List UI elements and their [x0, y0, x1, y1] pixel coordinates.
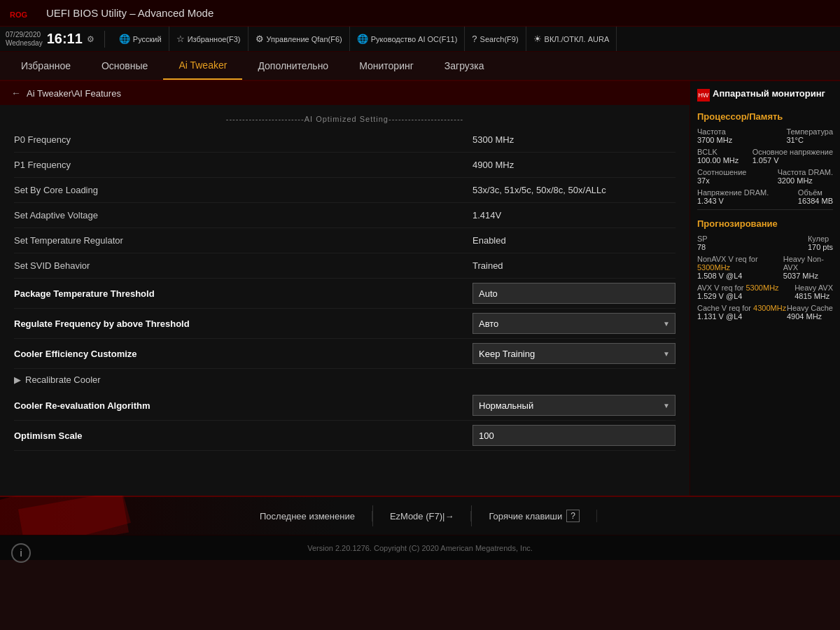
avx-label: AVX V req for 5300MHz — [697, 284, 779, 292]
svid-label: Set SVID Behavior — [14, 260, 465, 271]
heavy-nonavx-label: Heavy Non-AVX — [783, 255, 833, 272]
settings-icon[interactable]: ⚙ — [87, 34, 94, 44]
sp-value: 78 — [697, 243, 708, 251]
regulate-freq-select[interactable]: Авто Включено Отключено — [472, 313, 676, 334]
heavy-avx-label: Heavy AVX — [794, 284, 833, 292]
regulate-freq-label: Regulate Frequency by above Threshold — [14, 318, 472, 329]
time-display: 16:11 — [47, 31, 83, 47]
aura-button[interactable]: ☀ ВКЛ./ОТКЛ. AURA — [526, 27, 617, 51]
sidebar: HW Аппаратный мониторинг Процессор/Памят… — [690, 81, 840, 496]
freq-value: 3700 MHz — [697, 136, 732, 144]
setting-row-regulate-freq: Regulate Frequency by above Threshold Ав… — [14, 309, 676, 339]
pkg-threshold-label: Package Temperature Threshold — [14, 288, 472, 299]
question-icon: ? — [472, 34, 477, 44]
hotkeys-button[interactable]: Горячие клавиши ? — [472, 510, 597, 522]
cooler-efficiency-select[interactable]: Keep Training Авто — [472, 343, 676, 364]
rog-logo: ROG — [8, 4, 39, 23]
recalibrate-row[interactable]: ▶ Recalibrate Cooler — [14, 369, 676, 391]
fan-icon: ⚙ — [255, 34, 264, 44]
cpu-mem-title: Процессор/Память — [697, 111, 833, 123]
footer: Version 2.20.1276. Copyright (C) 2020 Am… — [0, 535, 840, 560]
core-loading-label: Set By Core Loading — [14, 185, 465, 195]
optimism-scale-input-wrapper — [472, 425, 676, 446]
search-button[interactable]: ? Search(F9) — [465, 27, 526, 51]
adaptive-voltage-label: Set Adaptive Voltage — [14, 210, 465, 220]
bottom-bar: Последнее изменение EzMode (F7)|→ Горячи… — [0, 496, 840, 535]
setting-row-optimism-scale: Optimism Scale — [14, 421, 676, 451]
hw-monitor-title: Аппаратный мониторинг — [713, 88, 825, 100]
cache-label: Cache V req for 4300MHz — [697, 304, 786, 312]
temp-label: Температура — [786, 127, 833, 136]
p0-value: 5300 MHz — [465, 134, 676, 145]
settings-area: ------------------------AI Optimized Set… — [0, 105, 690, 456]
setting-row-cooler-efficiency: Cooler Efficiency Customize Keep Trainin… — [14, 339, 676, 369]
stat-row-freq-temp: Частота 3700 MHz Температура 31°C — [697, 127, 833, 144]
favorites-button[interactable]: ☆ Избранное(F3) — [169, 27, 248, 51]
stat-row-bclk-voltage: BCLK 100.00 MHz Основное напряжение 1.05… — [697, 148, 833, 164]
core-voltage-label: Основное напряжение — [752, 148, 833, 156]
stat-row-sp-cooler: SP 78 Кулер 170 pts — [697, 234, 833, 251]
sidebar-divider — [697, 209, 833, 210]
pkg-threshold-input[interactable] — [472, 283, 676, 304]
back-arrow-icon[interactable]: ← — [11, 88, 21, 99]
window-title: UEFI BIOS Utility – Advanced Mode — [46, 7, 214, 19]
p0-label: P0 Frequency — [14, 134, 465, 145]
p1-value: 4900 MHz — [465, 160, 676, 170]
cache-freq: 4300MHz — [753, 304, 786, 312]
avx-freq: 5300MHz — [746, 284, 779, 292]
stat-row-dram-voltage-size: Напряжение DRAM. 1.343 V Объём 16384 MB — [697, 188, 833, 205]
cooler-algorithm-select[interactable]: Нормальный Агрессивный Консервативный — [472, 395, 676, 416]
temp-value: 31°C — [786, 136, 833, 144]
heavy-cache-value: 4904 MHz — [787, 312, 833, 321]
last-change-label: Последнее изменение — [260, 511, 355, 522]
ratio-label: Соотношение — [697, 168, 746, 176]
temp-regulator-label: Set Temperature Regulator — [14, 235, 465, 246]
last-change-button[interactable]: Последнее изменение — [243, 511, 372, 522]
setting-row-temp-regulator: Set Temperature Regulator Enabled — [14, 228, 676, 253]
tab-ai-tweaker[interactable]: Ai Tweaker — [163, 52, 242, 80]
ai-oc-button[interactable]: 🌐 Руководство AI OC(F11) — [350, 27, 465, 51]
tab-advanced[interactable]: Дополнительно — [242, 52, 344, 80]
core-loading-value: 53x/3c, 51x/5c, 50x/8c, 50x/ALLc — [465, 185, 676, 195]
sp-label: SP — [697, 234, 708, 243]
hotkeys-icon: ? — [566, 510, 580, 522]
version-text: Version 2.20.1276. Copyright (C) 2020 Am… — [307, 544, 533, 552]
adaptive-voltage-value: 1.414V — [465, 210, 676, 220]
dram-freq-label: Частота DRAM. — [778, 168, 833, 176]
stat-row-avx: AVX V req for 5300MHz 1.529 V @L4 Heavy … — [697, 284, 833, 300]
ratio-value: 37x — [697, 176, 746, 185]
forecast-title: Прогнозирование — [697, 218, 833, 230]
tab-monitoring[interactable]: Мониторинг — [344, 52, 429, 80]
heavy-cache-label: Heavy Cache — [787, 304, 833, 312]
cooler-value: 170 pts — [808, 243, 833, 251]
ai-icon: 🌐 — [357, 34, 368, 44]
tab-favorites[interactable]: Избранное — [6, 52, 86, 80]
optimism-scale-input[interactable] — [472, 425, 676, 446]
qfan-button[interactable]: ⚙ Управление Qfan(F6) — [248, 27, 350, 51]
ezmode-label: EzMode (F7)|→ — [390, 511, 454, 522]
star-icon: ☆ — [176, 34, 185, 44]
nav-tabs: Избранное Основные Ai Tweaker Дополнител… — [0, 52, 840, 81]
tab-boot[interactable]: Загрузка — [429, 52, 500, 80]
ezmode-button[interactable]: EzMode (F7)|→ — [373, 511, 472, 522]
svid-value: Trained — [465, 260, 676, 271]
setting-row-pkg-threshold: Package Temperature Threshold — [14, 279, 676, 309]
setting-row-p0: P0 Frequency 5300 MHz — [14, 127, 676, 153]
nonavx-label: NonAVX V req for 5300MHz — [697, 255, 783, 272]
setting-row-core-loading: Set By Core Loading 53x/3c, 51x/5c, 50x/… — [14, 178, 676, 203]
setting-row-svid: Set SVID Behavior Trained — [14, 253, 676, 279]
tab-main[interactable]: Основные — [86, 52, 163, 80]
recalibrate-label: Recalibrate Cooler — [25, 374, 101, 385]
language-button[interactable]: 🌐 Русский — [112, 27, 169, 51]
bclk-label: BCLK — [697, 148, 738, 156]
title-bar: ROG UEFI BIOS Utility – Advanced Mode — [0, 0, 840, 27]
stat-row-cache: Cache V req for 4300MHz 1.131 V @L4 Heav… — [697, 304, 833, 321]
recalibrate-arrow-icon: ▶ — [14, 374, 21, 385]
mem-size-label: Объём — [798, 188, 833, 197]
breadcrumb: ← Ai Tweaker\AI Features — [0, 81, 690, 105]
cooler-label: Кулер — [808, 234, 833, 243]
temp-regulator-value: Enabled — [465, 235, 676, 246]
core-voltage-value: 1.057 V — [752, 156, 833, 164]
hotkeys-label: Горячие клавиши — [489, 511, 562, 522]
cooler-algorithm-select-wrapper: Нормальный Агрессивный Консервативный — [472, 395, 676, 416]
